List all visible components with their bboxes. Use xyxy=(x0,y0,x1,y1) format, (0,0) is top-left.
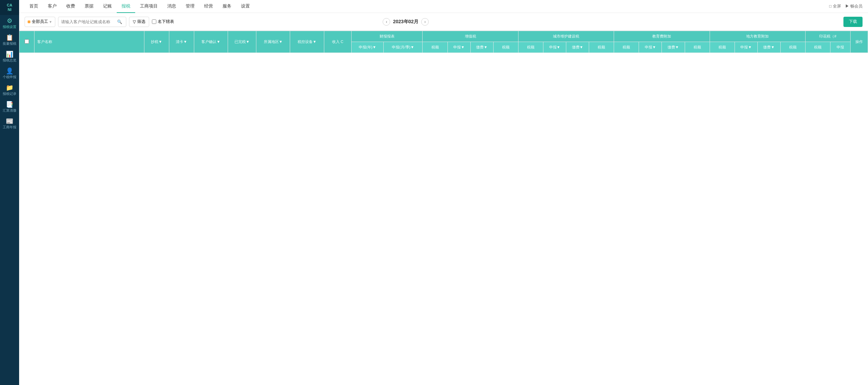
sidebar-label-tax-settings: 报税设置 xyxy=(3,25,16,29)
th-stamp: 印花税（# xyxy=(806,31,851,42)
tax-settings-icon: ⚙ xyxy=(7,18,12,24)
th-ledu-pay[interactable]: 缴费▼ xyxy=(757,42,780,53)
filter-button[interactable]: ▽ 筛选 xyxy=(129,17,149,27)
sidebar-label-tax-record: 报税记录 xyxy=(3,92,16,96)
search-box: 🔍 xyxy=(58,17,126,27)
th-vat: 增值税 xyxy=(423,31,518,42)
main-content: 首页 客户 收费 票据 记账 报税 工商项目 消息 管理 经营 服务 设置 □ … xyxy=(19,0,868,385)
th-financial: 财报报表 xyxy=(352,31,423,42)
nav-message[interactable]: 消息 xyxy=(162,0,181,13)
table-container: 客户名称 抄税▼ 清卡▼ 客户确认▼ 已完税▼ 所属地区▼ 税控设备▼ 收入 C… xyxy=(19,31,868,385)
th-urban: 城市维护建设税 xyxy=(518,31,614,42)
th-local-edu: 地方教育附加 xyxy=(710,31,805,42)
member-btn[interactable]: ▶ 畅会员 xyxy=(845,3,863,9)
nav-business[interactable]: 经营 xyxy=(199,0,218,13)
th-edu-amount2: 税额 xyxy=(685,42,710,53)
th-edu-declare[interactable]: 申报▼ xyxy=(639,42,662,53)
th-clear-card[interactable]: 清卡▼ xyxy=(169,31,194,53)
sidebar-item-tax-settings[interactable]: ⚙ 报税设置 xyxy=(0,15,19,32)
nav-right: □ 全屏 ▶ 畅会员 xyxy=(829,3,863,9)
th-urban-pay[interactable]: 缴费▼ xyxy=(566,42,589,53)
th-urban-declare[interactable]: 申报▼ xyxy=(543,42,566,53)
th-tax-copy[interactable]: 抄税▼ xyxy=(144,31,169,53)
next-date-btn[interactable]: › xyxy=(421,18,429,26)
named-label-checkbox[interactable]: 名下辖表 xyxy=(152,19,174,25)
th-vat-amount: 税额 xyxy=(423,42,447,53)
th-vat-amount2: 税额 xyxy=(493,42,518,53)
summary-icon: 📑 xyxy=(6,101,13,108)
sidebar-item-tax-view[interactable]: 📊 报税总览 xyxy=(0,48,19,65)
employee-dot xyxy=(28,20,30,23)
sidebar-item-batch-tax[interactable]: 📋 批量报税 xyxy=(0,32,19,48)
sidebar-label-annual-report: 工商年报 xyxy=(3,125,16,129)
personal-tax-icon: 👤 xyxy=(6,68,13,74)
th-edu-pay[interactable]: 缴费▼ xyxy=(662,42,685,53)
th-declared[interactable]: 已完税▼ xyxy=(228,31,256,53)
th-urban-amount: 税额 xyxy=(518,42,543,53)
th-income[interactable]: 收入 C xyxy=(324,31,351,53)
th-tax-device[interactable]: 税控设备▼ xyxy=(290,31,324,53)
th-stamp-declare[interactable]: 申报 xyxy=(830,42,850,53)
nav-accounting[interactable]: 记账 xyxy=(98,0,117,13)
sidebar-label-summary: 汇算清缴 xyxy=(3,109,16,113)
th-ledu-declare[interactable]: 申报▼ xyxy=(735,42,757,53)
employee-select[interactable]: 全部员工 ▾ xyxy=(25,17,55,27)
top-nav: 首页 客户 收费 票据 记账 报税 工商项目 消息 管理 经营 服务 设置 □ … xyxy=(19,0,868,13)
sidebar-item-summary[interactable]: 📑 汇算清缴 xyxy=(0,99,19,115)
th-ledu-amount2: 税额 xyxy=(780,42,805,53)
sidebar: CANI ⚙ 报税设置 📋 批量报税 📊 报税总览 👤 个税申报 📁 报税记录 … xyxy=(0,0,19,385)
th-checkbox xyxy=(19,31,34,53)
search-input[interactable] xyxy=(61,19,116,24)
th-edu: 教育费附加 xyxy=(614,31,710,42)
app-logo: CANI xyxy=(0,0,19,15)
toolbar: 全部员工 ▾ 🔍 ▽ 筛选 名下辖表 ‹ 2023年02月 › 下载 xyxy=(19,13,868,31)
th-urban-amount2: 税额 xyxy=(589,42,614,53)
sidebar-item-personal-tax[interactable]: 👤 个税申报 xyxy=(0,65,19,82)
batch-tax-icon: 📋 xyxy=(6,34,13,41)
annual-report-icon: 📰 xyxy=(6,118,13,124)
nav-billing[interactable]: 收费 xyxy=(61,0,80,13)
th-region[interactable]: 所属地区▼ xyxy=(256,31,290,53)
date-display: 2023年02月 xyxy=(393,19,418,25)
th-ledu-amount: 税额 xyxy=(710,42,735,53)
nav-industry[interactable]: 工商项目 xyxy=(135,0,162,13)
nav-invoice[interactable]: 票据 xyxy=(80,0,98,13)
chevron-down-icon: ▾ xyxy=(49,19,52,24)
th-ops: 操作 xyxy=(850,31,868,53)
sidebar-item-annual-report[interactable]: 📰 工商年报 xyxy=(0,115,19,132)
filter-label: 筛选 xyxy=(137,19,145,25)
fullscreen-btn[interactable]: □ 全屏 xyxy=(829,3,841,9)
nav-manage[interactable]: 管理 xyxy=(181,0,199,13)
th-vat-declare[interactable]: 申报▼ xyxy=(447,42,470,53)
th-vat-pay[interactable]: 缴费▼ xyxy=(470,42,493,53)
main-table: 客户名称 抄税▼ 清卡▼ 客户确认▼ 已完税▼ 所属地区▼ 税控设备▼ 收入 C… xyxy=(19,31,868,53)
filter-icon: ▽ xyxy=(133,19,136,24)
th-confirm[interactable]: 客户确认▼ xyxy=(194,31,228,53)
search-icon: 🔍 xyxy=(117,19,122,24)
tax-record-icon: 📁 xyxy=(6,85,13,91)
prev-date-btn[interactable]: ‹ xyxy=(383,18,390,26)
th-fin-year[interactable]: 申报(年)▼ xyxy=(352,42,384,53)
nav-service[interactable]: 服务 xyxy=(218,0,236,13)
nav-settings[interactable]: 设置 xyxy=(236,0,255,13)
th-edu-amount: 税额 xyxy=(614,42,639,53)
th-customer-name: 客户名称 xyxy=(34,31,144,53)
date-nav: ‹ 2023年02月 › xyxy=(383,18,429,26)
download-button[interactable]: 下载 xyxy=(843,17,863,27)
sidebar-label-batch-tax: 批量报税 xyxy=(3,42,16,46)
employee-select-label: 全部员工 xyxy=(32,19,48,25)
tax-view-icon: 📊 xyxy=(6,51,13,57)
select-all-checkbox[interactable] xyxy=(25,39,29,44)
named-checkbox[interactable] xyxy=(152,19,156,24)
th-stamp-amount: 税额 xyxy=(806,42,830,53)
sidebar-item-tax-record[interactable]: 📁 报税记录 xyxy=(0,82,19,99)
sidebar-label-tax-view: 报税总览 xyxy=(3,58,16,62)
sidebar-label-personal-tax: 个税申报 xyxy=(3,75,16,79)
th-fin-month[interactable]: 申报(月/季)▼ xyxy=(384,42,423,53)
nav-customer[interactable]: 客户 xyxy=(43,0,61,13)
nav-home[interactable]: 首页 xyxy=(25,0,43,13)
nav-tax[interactable]: 报税 xyxy=(117,0,135,13)
